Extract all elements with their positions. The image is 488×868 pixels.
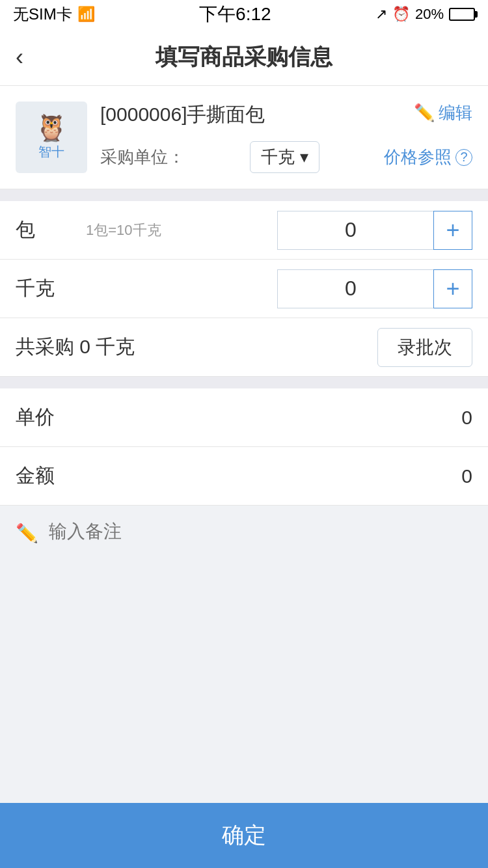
kg-input-row: 千克 +	[0, 260, 488, 318]
bag-input-row: 包 1包=10千克 +	[0, 201, 488, 260]
bag-input-right: +	[277, 211, 472, 250]
remark-section: ✏️	[0, 506, 488, 571]
section-divider-1	[0, 189, 488, 201]
input-section: 包 1包=10千克 + 千克 +	[0, 201, 488, 318]
product-unit-row: 采购单位： 千克 ▾ 价格参照 ?	[100, 141, 472, 173]
amount-value: 0	[461, 465, 472, 487]
batch-button[interactable]: 录批次	[377, 328, 472, 367]
kg-label: 千克	[16, 275, 81, 302]
carrier-text: 无SIM卡	[13, 4, 72, 25]
page-title: 填写商品采购信息	[156, 42, 332, 72]
section-divider-2	[0, 377, 488, 388]
unit-price-label: 单价	[16, 404, 55, 431]
product-info-top: [0000006]手撕面包 ✏️ 编辑	[100, 102, 472, 128]
kg-input-right: +	[277, 269, 472, 308]
unit-select[interactable]: 千克 ▾	[250, 141, 319, 173]
pencil-icon: ✏️	[16, 522, 38, 544]
status-bar: 无SIM卡 📶 下午6:12 ↗ ⏰ 20%	[0, 0, 488, 29]
confirm-button[interactable]: 确定	[0, 803, 488, 868]
status-time: 下午6:12	[199, 2, 271, 27]
product-info: [0000006]手撕面包 ✏️ 编辑 采购单位： 千克 ▾ 价格参照 ?	[100, 102, 472, 173]
unit-label: 采购单位：	[100, 146, 185, 169]
content-area	[0, 571, 488, 831]
product-card: 🦉 智十 [0000006]手撕面包 ✏️ 编辑 采购单位： 千克 ▾ 价格参照…	[0, 86, 488, 189]
bag-quantity-input[interactable]	[277, 211, 433, 250]
battery-icon	[449, 8, 475, 21]
edit-icon: ✏️	[414, 103, 435, 123]
unit-price-value: 0	[461, 407, 472, 429]
kg-quantity-input[interactable]	[277, 269, 433, 308]
bag-label: 包	[16, 217, 81, 243]
location-icon: ↗	[375, 6, 387, 23]
unit-price-row: 单价 0	[0, 388, 488, 447]
product-thumb-owl: 🦉	[35, 115, 68, 141]
nav-bar: ‹ 填写商品采购信息	[0, 29, 488, 86]
remark-input[interactable]	[49, 521, 472, 542]
bag-sub-label: 1包=10千克	[86, 221, 277, 240]
kg-plus-button[interactable]: +	[433, 269, 472, 308]
back-button[interactable]: ‹	[16, 44, 23, 71]
edit-button[interactable]: ✏️ 编辑	[414, 102, 472, 124]
status-right: ↗ ⏰ 20%	[375, 6, 475, 23]
summary-text: 共采购 0 千克	[16, 334, 135, 360]
info-section: 单价 0 金额 0	[0, 388, 488, 506]
chevron-down-icon: ▾	[300, 147, 308, 167]
bag-plus-button[interactable]: +	[433, 211, 472, 250]
alarm-icon: ⏰	[392, 6, 410, 23]
summary-row: 共采购 0 千克 录批次	[0, 318, 488, 377]
product-thumb-text: 智十	[38, 143, 64, 161]
battery-percent: 20%	[415, 6, 444, 23]
help-icon: ?	[455, 149, 472, 166]
product-thumbnail: 🦉 智十	[16, 102, 87, 173]
wifi-icon: 📶	[77, 6, 95, 23]
status-left: 无SIM卡 📶	[13, 4, 95, 25]
amount-label: 金额	[16, 463, 55, 489]
product-name: [0000006]手撕面包	[100, 102, 265, 128]
price-ref-button[interactable]: 价格参照 ?	[384, 146, 472, 169]
amount-row: 金额 0	[0, 447, 488, 506]
confirm-button-label: 确定	[222, 821, 266, 850]
